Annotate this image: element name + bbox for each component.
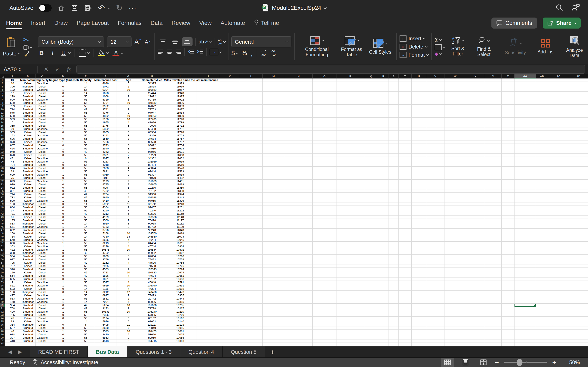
- row-header-66[interactable]: 66: [0, 291, 5, 294]
- column-header-N[interactable]: N: [285, 75, 312, 78]
- row-header-74[interactable]: 74: [0, 317, 5, 320]
- zoom-slider[interactable]: [504, 362, 547, 363]
- format-as-table-button[interactable]: Format as Table: [336, 36, 367, 57]
- ribbon-tab-draw[interactable]: Draw: [54, 16, 68, 30]
- find-select-button[interactable]: Find & Select: [471, 36, 497, 57]
- row-header-62[interactable]: 62: [0, 277, 5, 281]
- decrease-decimal-button[interactable]: .00 →.0: [270, 50, 276, 56]
- formula-input[interactable]: [76, 65, 585, 74]
- row-header-31[interactable]: 31: [0, 176, 5, 180]
- zoom-slider-thumb[interactable]: [517, 359, 522, 366]
- number-format-select[interactable]: General: [231, 36, 291, 47]
- font-name-select[interactable]: Calibri (Body): [38, 36, 104, 47]
- row-header-23[interactable]: 23: [0, 150, 5, 154]
- column-header-AB[interactable]: AB: [536, 75, 548, 78]
- ribbon-tab-formulas[interactable]: Formulas: [118, 16, 141, 30]
- ribbon-tab-data[interactable]: Data: [150, 16, 163, 30]
- column-header-Q[interactable]: Q: [364, 75, 378, 78]
- prev-sheet-icon[interactable]: ◀: [8, 349, 12, 355]
- selected-cell[interactable]: [515, 304, 536, 307]
- row-header-34[interactable]: 34: [0, 186, 5, 189]
- row-header-12[interactable]: 12: [0, 114, 5, 118]
- column-header-Y[interactable]: Y: [485, 75, 502, 78]
- row-header-72[interactable]: 72: [0, 310, 5, 313]
- sheet-tab-questions-1-3[interactable]: Questions 1 - 3: [127, 346, 180, 358]
- column-header-S[interactable]: S: [389, 75, 398, 78]
- ribbon-tab-tell-me[interactable]: Tell me: [254, 16, 279, 30]
- row-header-55[interactable]: 55: [0, 255, 5, 258]
- row-header-71[interactable]: 71: [0, 307, 5, 310]
- cancel-icon[interactable]: ✕: [40, 66, 52, 73]
- grow-font-button[interactable]: A⌃: [134, 38, 142, 46]
- row-header-42[interactable]: 42: [0, 212, 5, 216]
- row-header-32[interactable]: 32: [0, 180, 5, 183]
- sheet-tab-read-me-first[interactable]: READ ME FIRST: [30, 346, 88, 358]
- row-header-70[interactable]: 70: [0, 304, 5, 307]
- row-header-63[interactable]: 63: [0, 281, 5, 284]
- add-sheet-button[interactable]: +: [265, 346, 280, 358]
- row-header-39[interactable]: 39: [0, 202, 5, 206]
- row-header-68[interactable]: 68: [0, 297, 5, 300]
- column-header-T[interactable]: T: [398, 75, 412, 78]
- row-header-44[interactable]: 44: [0, 219, 5, 222]
- wrap-text-button[interactable]: ab c↩: [218, 39, 225, 45]
- italic-button[interactable]: I: [49, 50, 56, 57]
- row-header-48[interactable]: 48: [0, 232, 5, 235]
- orientation-button[interactable]: ab↗: [199, 39, 212, 45]
- ribbon-tab-insert[interactable]: Insert: [31, 16, 45, 30]
- column-header-C[interactable]: C: [35, 75, 49, 78]
- format-painter-icon[interactable]: [23, 51, 32, 58]
- row-header-76[interactable]: 76: [0, 323, 5, 326]
- insert-function-icon[interactable]: fx: [63, 66, 75, 73]
- add-ins-button[interactable]: Add-ins: [534, 31, 557, 62]
- row-header-21[interactable]: 21: [0, 144, 5, 147]
- row-header-28[interactable]: 28: [0, 167, 5, 170]
- more-icon[interactable]: ···: [129, 4, 137, 12]
- row-header-40[interactable]: 40: [0, 206, 5, 209]
- cell-styles-button[interactable]: Cell Styles: [367, 39, 393, 55]
- comments-button[interactable]: Comments: [492, 17, 537, 29]
- row-header-17[interactable]: 17: [0, 131, 5, 134]
- column-header-O[interactable]: O: [312, 75, 337, 78]
- row-header-61[interactable]: 61: [0, 274, 5, 277]
- row-header-24[interactable]: 24: [0, 154, 5, 157]
- row-header-11[interactable]: 11: [0, 111, 5, 114]
- document-title[interactable]: Module2ExcelSp24: [272, 5, 321, 11]
- format-cells-button[interactable]: ↔ Format: [399, 52, 429, 58]
- home-icon[interactable]: [57, 4, 65, 12]
- row-header-7[interactable]: 7: [0, 98, 5, 101]
- sheet-tab-bus-data[interactable]: Bus Data: [88, 346, 128, 358]
- align-center-button[interactable]: [166, 49, 173, 55]
- row-header-49[interactable]: 49: [0, 235, 5, 238]
- row-header-9[interactable]: 9: [0, 105, 5, 108]
- next-sheet-icon[interactable]: ▶: [18, 349, 22, 355]
- column-header-W[interactable]: W: [444, 75, 466, 78]
- undo-chevron-icon[interactable]: [108, 6, 110, 9]
- page-break-view-icon[interactable]: [477, 358, 490, 367]
- row-header-14[interactable]: 14: [0, 121, 5, 124]
- row-header-35[interactable]: 35: [0, 189, 5, 193]
- row-header-5[interactable]: 5: [0, 92, 5, 95]
- row-header-18[interactable]: 18: [0, 134, 5, 137]
- row-header-8[interactable]: 8: [0, 101, 5, 105]
- sheet-tab-question-5[interactable]: Question 5: [223, 346, 265, 358]
- save-as-icon[interactable]: [84, 4, 92, 12]
- row-header-73[interactable]: 73: [0, 313, 5, 317]
- row-header-19[interactable]: 19: [0, 137, 5, 141]
- row-header-15[interactable]: 15: [0, 124, 5, 127]
- worksheet[interactable]: ABCDEFGHIJKLMNOPQRSTUVWXYZAAABACAD 12345…: [0, 75, 588, 346]
- row-header-56[interactable]: 56: [0, 258, 5, 261]
- align-right-button[interactable]: [175, 49, 182, 55]
- align-top-button[interactable]: [157, 37, 168, 46]
- row-header-59[interactable]: 59: [0, 268, 5, 271]
- column-header-Z[interactable]: Z: [502, 75, 515, 78]
- row-header-54[interactable]: 54: [0, 251, 5, 255]
- row-header-52[interactable]: 52: [0, 245, 5, 248]
- font-size-select[interactable]: 12: [107, 36, 131, 47]
- row-header-82[interactable]: 82: [0, 343, 5, 346]
- paste-button[interactable]: Paste: [3, 36, 20, 57]
- row-header-27[interactable]: 27: [0, 163, 5, 167]
- row-header-75[interactable]: 75: [0, 320, 5, 323]
- delete-cells-button[interactable]: ✕ Delete: [399, 44, 429, 50]
- conditional-formatting-button[interactable]: Conditional Formatting: [297, 36, 336, 57]
